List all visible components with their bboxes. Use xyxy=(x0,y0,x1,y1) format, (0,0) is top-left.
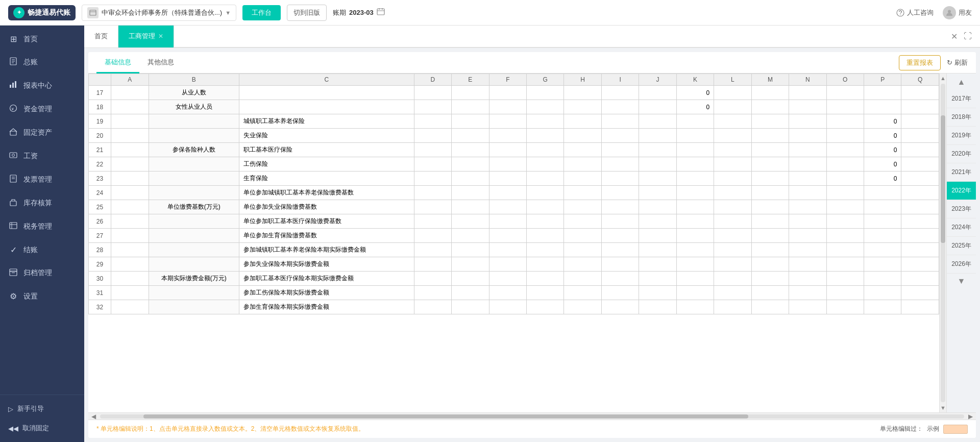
cell-21-j[interactable] xyxy=(639,143,676,157)
year-item-2025[interactable]: 2025年 xyxy=(947,237,976,255)
cell-26-p[interactable] xyxy=(864,214,901,229)
cell-22-j[interactable] xyxy=(639,157,676,171)
cell-18-h[interactable] xyxy=(564,100,601,114)
cell-20-a[interactable] xyxy=(111,129,149,143)
cell-22-h[interactable] xyxy=(564,157,601,171)
ai-consult-button[interactable]: 人工咨询 xyxy=(896,8,934,17)
cell-28-o[interactable] xyxy=(826,243,864,257)
cell-26-o[interactable] xyxy=(826,214,864,229)
cell-29-n[interactable] xyxy=(789,257,826,272)
cell-25-f[interactable] xyxy=(489,200,526,214)
sidebar-item-report[interactable]: 报表中心 xyxy=(0,74,84,97)
cell-28-l[interactable] xyxy=(714,243,751,257)
cell-17-o[interactable] xyxy=(826,86,864,100)
cell-29-f[interactable] xyxy=(489,257,526,272)
cell-20-j[interactable] xyxy=(639,129,676,143)
cell-29-g[interactable] xyxy=(527,257,564,272)
newbie-guide-button[interactable]: ▷ 新手引导 xyxy=(0,399,84,419)
cell-29-a[interactable] xyxy=(111,257,149,272)
cell-30-h[interactable] xyxy=(564,272,601,286)
year-item-2020[interactable]: 2020年 xyxy=(947,145,976,163)
cell-29-b[interactable] xyxy=(149,257,239,272)
scroll-right-button[interactable]: ▶ xyxy=(966,413,975,420)
cell-21-k[interactable] xyxy=(676,143,714,157)
cell-25-b[interactable]: 单位缴费基数(万元) xyxy=(149,200,239,214)
cell-20-f[interactable] xyxy=(489,129,526,143)
cell-24-p[interactable] xyxy=(864,186,901,200)
cell-30-c[interactable]: 参加职工基本医疗保险本期实际缴费金额 xyxy=(239,272,414,286)
cell-19-f[interactable] xyxy=(489,114,526,129)
cell-30-e[interactable] xyxy=(452,272,489,286)
cell-21-h[interactable] xyxy=(564,143,601,157)
cell-30-i[interactable] xyxy=(601,272,639,286)
scroll-up-button[interactable]: ▲ xyxy=(940,73,946,83)
cell-26-n[interactable] xyxy=(789,214,826,229)
cell-30-j[interactable] xyxy=(639,272,676,286)
cell-21-g[interactable] xyxy=(527,143,564,157)
cell-29-l[interactable] xyxy=(714,257,751,272)
cell-23-n[interactable] xyxy=(789,171,826,186)
cell-22-e[interactable] xyxy=(452,157,489,171)
cell-18-i[interactable] xyxy=(601,100,639,114)
cell-30-g[interactable] xyxy=(527,272,564,286)
cell-31-n[interactable] xyxy=(789,286,826,300)
cell-19-p[interactable]: 0 xyxy=(864,114,901,129)
cell-26-g[interactable] xyxy=(527,214,564,229)
sidebar-item-settings[interactable]: ⚙ 设置 xyxy=(0,285,84,308)
cell-24-a[interactable] xyxy=(111,186,149,200)
cell-19-j[interactable] xyxy=(639,114,676,129)
cell-30-k[interactable] xyxy=(676,272,714,286)
cell-28-j[interactable] xyxy=(639,243,676,257)
cell-29-e[interactable] xyxy=(452,257,489,272)
cell-23-q[interactable] xyxy=(901,171,939,186)
cell-18-q[interactable] xyxy=(901,100,939,114)
cell-18-f[interactable] xyxy=(489,100,526,114)
unpin-button[interactable]: ◀◀ 取消固定 xyxy=(0,419,84,438)
cell-25-q[interactable] xyxy=(901,200,939,214)
cell-20-k[interactable] xyxy=(676,129,714,143)
cell-26-f[interactable] xyxy=(489,214,526,229)
cell-17-q[interactable] xyxy=(901,86,939,100)
sidebar-item-archive[interactable]: 归档管理 xyxy=(0,261,84,285)
cell-19-e[interactable] xyxy=(452,114,489,129)
cell-27-d[interactable] xyxy=(414,229,451,243)
cell-18-p[interactable] xyxy=(864,100,901,114)
cell-18-d[interactable] xyxy=(414,100,451,114)
cell-26-c[interactable]: 单位参加职工基本医疗保险缴费基数 xyxy=(239,214,414,229)
cell-22-p[interactable]: 0 xyxy=(864,157,901,171)
cell-19-k[interactable] xyxy=(676,114,714,129)
cell-24-b[interactable] xyxy=(149,186,239,200)
cell-23-f[interactable] xyxy=(489,171,526,186)
cell-30-q[interactable] xyxy=(901,272,939,286)
cell-27-j[interactable] xyxy=(639,229,676,243)
cell-32-e[interactable] xyxy=(452,300,489,314)
cell-19-o[interactable] xyxy=(826,114,864,129)
cell-19-d[interactable] xyxy=(414,114,451,129)
cell-22-q[interactable] xyxy=(901,157,939,171)
cell-25-p[interactable] xyxy=(864,200,901,214)
h-scroll-thumb[interactable] xyxy=(143,414,748,419)
cell-25-o[interactable] xyxy=(826,200,864,214)
scroll-left-button[interactable]: ◀ xyxy=(89,413,98,420)
cell-22-c[interactable]: 工伤保险 xyxy=(239,157,414,171)
sidebar-item-ledger[interactable]: 总账 xyxy=(0,51,84,74)
cell-31-l[interactable] xyxy=(714,286,751,300)
cell-24-c[interactable]: 单位参加城镇职工基本养老保险缴费基数 xyxy=(239,186,414,200)
cell-27-f[interactable] xyxy=(489,229,526,243)
cell-17-b[interactable]: 从业人数 xyxy=(149,86,239,100)
cell-25-d[interactable] xyxy=(414,200,451,214)
company-selector[interactable]: 中审众环会计师事务所（特殊普通合伙...) ▼ xyxy=(82,5,236,21)
year-nav-down[interactable]: ▼ xyxy=(947,274,976,289)
cell-29-p[interactable] xyxy=(864,257,901,272)
cell-31-c[interactable]: 参加工伤保险本期实际缴费金额 xyxy=(239,286,414,300)
year-item-2022[interactable]: 2022年 xyxy=(947,182,976,200)
sub-tab-other[interactable]: 其他信息 xyxy=(139,53,182,73)
cell-21-a[interactable] xyxy=(111,143,149,157)
cell-26-d[interactable] xyxy=(414,214,451,229)
cell-30-p[interactable] xyxy=(864,272,901,286)
cell-20-g[interactable] xyxy=(527,129,564,143)
sidebar-item-home[interactable]: ⊞ 首页 xyxy=(0,28,84,51)
cell-24-o[interactable] xyxy=(826,186,864,200)
cell-24-n[interactable] xyxy=(789,186,826,200)
cell-31-b[interactable] xyxy=(149,286,239,300)
